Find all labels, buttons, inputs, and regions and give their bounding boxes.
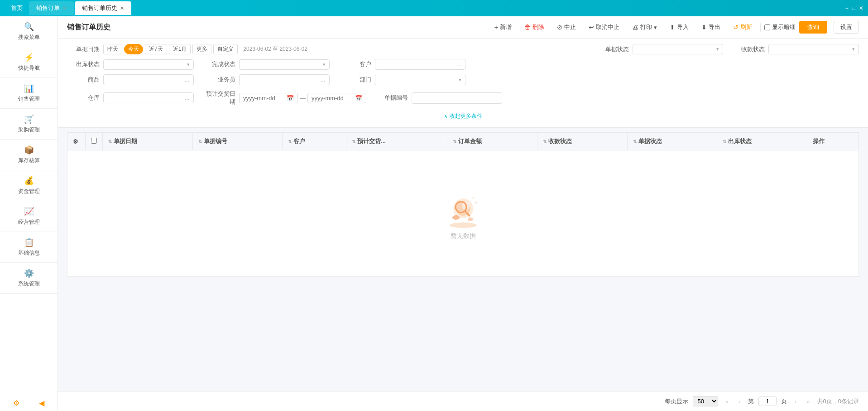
doc-number-input[interactable] xyxy=(412,92,502,104)
select-all-checkbox[interactable] xyxy=(91,138,97,144)
tab-home[interactable]: 首页 xyxy=(5,1,29,15)
setting-button[interactable]: 设置 xyxy=(834,21,859,34)
page-size-label: 每页显示 xyxy=(665,397,688,406)
stock-out-status-arrow-icon: ▾ xyxy=(187,62,190,68)
tab-sales-order-history[interactable]: 销售订单历史 ✕ xyxy=(75,1,131,15)
sidebar-item-capital-mgmt-label: 资金管理 xyxy=(18,188,40,195)
data-table: ⚙ ⇅ 单据日期 ⇅ 单据编号 xyxy=(67,132,859,277)
cancel-stop-button[interactable]: ↩ 取消中止 xyxy=(584,21,624,33)
warehouse-input[interactable]: … xyxy=(103,92,194,103)
stock-out-status-select[interactable]: ▾ xyxy=(103,59,194,70)
sales-mgmt-icon: 📊 xyxy=(24,83,34,93)
sidebar-item-sales-mgmt-label: 销售管理 xyxy=(18,95,40,103)
date-btn-custom[interactable]: 自定义 xyxy=(213,44,238,54)
page-size-select[interactable]: 20 50 100 xyxy=(693,396,718,406)
print-button[interactable]: 🖨 打印 ▾ xyxy=(628,21,662,33)
complete-status-select[interactable]: ▾ xyxy=(239,59,330,70)
delivery-date-start-input[interactable] xyxy=(243,95,284,102)
customer-col-header: ⇅ 客户 xyxy=(283,133,346,150)
doc-status-arrow-icon: ▾ xyxy=(716,46,719,52)
warehouse-dots-icon[interactable]: … xyxy=(184,95,190,101)
svg-point-6 xyxy=(452,215,460,220)
collapse-up-icon: ∧ xyxy=(444,113,448,120)
display-cols-label: 显示暗细 xyxy=(772,23,796,31)
goods-input[interactable]: … xyxy=(103,74,194,85)
customer-dots-icon[interactable]: … xyxy=(456,61,461,68)
window-max-btn[interactable]: □ xyxy=(852,5,855,11)
date-btn-today[interactable]: 今天 xyxy=(124,44,143,54)
display-cols-checkbox[interactable]: 显示暗细 xyxy=(764,23,796,31)
window-min-btn[interactable]: − xyxy=(845,5,849,11)
date-btn-more[interactable]: 更多 xyxy=(192,44,211,54)
sidebar-item-operations-mgmt[interactable]: 📈 经营管理 xyxy=(0,201,58,232)
table-area: ⚙ ⇅ 单据日期 ⇅ 单据编号 xyxy=(58,128,868,391)
new-button[interactable]: + 新增 xyxy=(490,21,516,33)
sidebar-item-search-menu[interactable]: 🔍 搜索菜单 xyxy=(0,16,58,47)
customer-col-sort-icon[interactable]: ⇅ xyxy=(288,139,292,144)
sidebar-item-stock-calc[interactable]: 📦 库存核算 xyxy=(0,140,58,170)
empty-text: 暂无数据 xyxy=(451,232,476,240)
display-cols-input[interactable] xyxy=(764,24,770,30)
salesperson-input[interactable]: … xyxy=(239,74,330,85)
delivery-date-end-cal-icon[interactable]: 📅 xyxy=(355,95,362,102)
import-button[interactable]: ⬆ 导入 xyxy=(665,21,693,33)
date-btn-1month[interactable]: 近1月 xyxy=(169,44,191,54)
delivery-date-start-cal-icon[interactable]: 📅 xyxy=(287,95,294,102)
prev-page-btn[interactable]: ‹ xyxy=(736,397,743,406)
query-button[interactable]: 查询 xyxy=(799,21,827,34)
sidebar-item-sys-mgmt[interactable]: ⚙️ 系统管理 xyxy=(0,263,58,294)
settings-col-header[interactable]: ⚙ xyxy=(67,133,86,150)
page-title: 销售订单历史 xyxy=(67,23,110,32)
stop-button[interactable]: ⊘ 中止 xyxy=(552,21,580,33)
export-button[interactable]: ⬇ 导出 xyxy=(697,21,725,33)
sidebar-item-basic-info[interactable]: 📋 基础信息 xyxy=(0,232,58,263)
amount-col-sort-icon[interactable]: ⇅ xyxy=(453,139,456,144)
goods-label: 商品 xyxy=(67,76,103,84)
payment-status-arrow-icon: ▾ xyxy=(852,46,855,52)
page-number-input[interactable] xyxy=(758,396,777,406)
payment-status-select[interactable]: ▾ xyxy=(768,44,859,54)
goods-dots-icon[interactable]: … xyxy=(184,77,190,83)
tab-sales-order[interactable]: 销售订单 ✕ xyxy=(29,1,74,15)
delivery-col-header: ⇅ 预计交货... xyxy=(346,133,447,150)
doc-status-select[interactable]: ▾ xyxy=(633,44,723,54)
quick-nav-icon: ⚡ xyxy=(24,53,34,63)
tab-sales-order-history-close[interactable]: ✕ xyxy=(120,5,124,11)
sidebar-settings-btn[interactable]: ⚙ xyxy=(13,399,19,407)
salesperson-dots-icon[interactable]: … xyxy=(320,77,326,83)
sidebar-item-capital-mgmt[interactable]: 💰 资金管理 xyxy=(0,170,58,201)
stock-col-sort-icon[interactable]: ⇅ xyxy=(723,139,726,144)
tab-sales-order-close[interactable]: ✕ xyxy=(62,5,67,11)
date-btn-7days[interactable]: 近7天 xyxy=(145,44,167,54)
delivery-col-sort-icon[interactable]: ⇅ xyxy=(352,139,355,144)
check-col-header[interactable] xyxy=(86,133,103,150)
export-label: 导出 xyxy=(709,23,720,31)
date-range-display: 2023-06-02 至 2023-06-02 xyxy=(243,45,307,53)
date-btn-yesterday[interactable]: 昨天 xyxy=(103,44,122,54)
sidebar-item-sales-mgmt[interactable]: 📊 销售管理 xyxy=(0,78,58,109)
top-bar: 首页 销售订单 ✕ 销售订单历史 ✕ − □ ✕ xyxy=(0,0,868,16)
next-page-btn[interactable]: › xyxy=(791,397,799,406)
complete-status-label: 完成状态 xyxy=(203,60,239,68)
customer-input[interactable]: … xyxy=(375,59,465,70)
sidebar-item-purchase-mgmt[interactable]: 🛒 采购管理 xyxy=(0,109,58,140)
refresh-button[interactable]: ↺ 刷新 xyxy=(729,21,757,33)
date-col-header: ⇅ 单据日期 xyxy=(103,133,193,150)
first-page-btn[interactable]: « xyxy=(723,397,732,406)
payment-col-sort-icon[interactable]: ⇅ xyxy=(543,139,547,144)
sidebar-item-sys-mgmt-label: 系统管理 xyxy=(18,280,40,288)
delivery-date-end-input[interactable] xyxy=(312,95,352,102)
last-page-btn[interactable]: » xyxy=(804,397,813,406)
doc-status-col-sort-icon[interactable]: ⇅ xyxy=(633,139,637,144)
sidebar-item-search-menu-label: 搜索菜单 xyxy=(18,34,40,41)
delete-button[interactable]: 🗑 删除 xyxy=(520,21,549,33)
dept-select[interactable]: ▾ xyxy=(375,75,465,85)
sidebar-collapse-btn[interactable]: ◀ xyxy=(39,399,44,407)
number-col-sort-icon[interactable]: ⇅ xyxy=(198,139,202,144)
import-label: 导入 xyxy=(677,23,689,31)
date-col-sort-icon[interactable]: ⇅ xyxy=(108,139,112,144)
filter-row-3: 商品 … 业务员 … 部门 ▾ xyxy=(67,74,859,85)
collapse-btn[interactable]: ∧ 收起更多条件 xyxy=(444,112,482,120)
sidebar-item-quick-nav[interactable]: ⚡ 快捷导航 xyxy=(0,47,58,78)
window-close-btn[interactable]: ✕ xyxy=(859,5,863,11)
